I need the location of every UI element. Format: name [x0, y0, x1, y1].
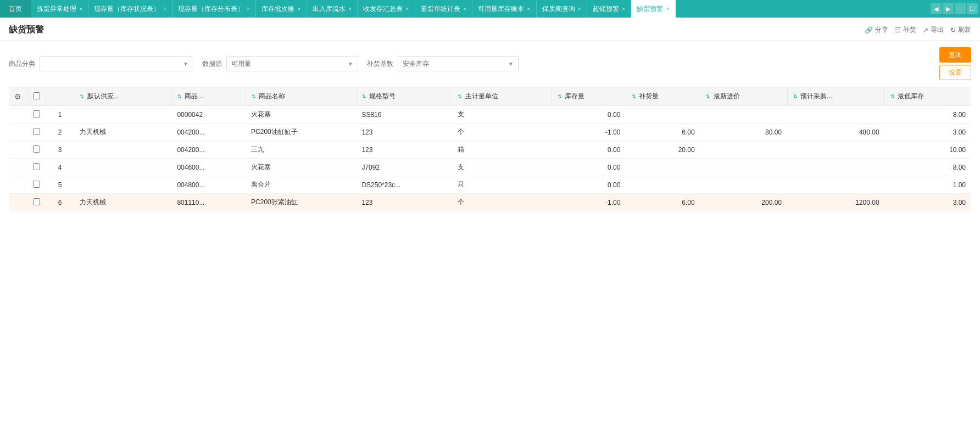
table-cell: 火花塞	[246, 106, 356, 124]
table-cell[interactable]	[27, 176, 46, 194]
table-cell	[74, 159, 172, 176]
th-unit[interactable]: ⇅ 主计量单位	[452, 87, 552, 106]
tab-5-close[interactable]: ×	[348, 5, 352, 12]
sort-icon-goods-name: ⇅	[252, 94, 256, 99]
tab-4-label: 库存批次账	[261, 4, 294, 14]
row-checkbox[interactable]	[33, 128, 40, 135]
th-est-purchase-label: 预计采购...	[800, 92, 832, 100]
tab-10[interactable]: 超储预警 ×	[587, 0, 631, 18]
category-dropdown-icon: ▼	[183, 61, 188, 67]
table-cell[interactable]	[27, 106, 46, 124]
tab-10-close[interactable]: ×	[622, 5, 625, 12]
table-cell: 0.00	[552, 176, 626, 194]
th-checkbox[interactable]	[27, 87, 46, 106]
th-replenish[interactable]: ⇅ 补货量	[626, 87, 700, 106]
tab-maximize-button[interactable]: ☐	[967, 3, 978, 14]
table-header-row: ⚙ ⇅ 默认供应... ⇅ 商品... ⇅	[9, 87, 971, 106]
tab-6[interactable]: 收发存汇总表 ×	[358, 0, 415, 18]
table-cell: 3.00	[885, 194, 971, 211]
th-supplier[interactable]: ⇅ 默认供应...	[74, 87, 172, 106]
table-cell: 0.00	[552, 159, 626, 176]
table-cell: 004600...	[171, 159, 246, 176]
tab-3[interactable]: 现存量（库存分布表） ×	[172, 0, 256, 18]
query-button[interactable]: 查询	[939, 47, 971, 63]
tab-8[interactable]: 可用量库存账本 ×	[472, 0, 536, 18]
tab-6-close[interactable]: ×	[405, 5, 409, 12]
page-title: 缺货预警	[9, 24, 865, 36]
share-button[interactable]: 🔗 分享	[865, 25, 888, 35]
replenish-button[interactable]: ☷ 补货	[895, 25, 916, 35]
tab-2-label: 现存量（库存状况表）	[94, 4, 160, 14]
table-cell[interactable]	[27, 141, 46, 159]
tab-next-button[interactable]: ▶	[943, 3, 954, 14]
category-select[interactable]: ▼	[40, 56, 193, 71]
th-goods-name[interactable]: ⇅ 商品名称	[246, 87, 356, 106]
th-stock[interactable]: ⇅ 库存量	[552, 87, 626, 106]
row-gear-cell	[9, 124, 27, 141]
tab-9-close[interactable]: ×	[578, 5, 581, 12]
row-gear-cell	[9, 159, 27, 176]
table-cell[interactable]	[27, 194, 46, 211]
row-gear-cell	[9, 176, 27, 194]
tab-7[interactable]: 要货单统计表 ×	[415, 0, 472, 18]
sort-icon-unit: ⇅	[458, 94, 462, 99]
th-spec[interactable]: ⇅ 规格型号	[356, 87, 452, 106]
row-checkbox[interactable]	[33, 181, 40, 188]
th-est-purchase[interactable]: ⇅ 预计采购...	[787, 87, 885, 106]
table-cell: 3.00	[885, 124, 971, 141]
datasource-select[interactable]: 可用量 ▼	[226, 56, 358, 71]
th-min-stock[interactable]: ⇅ 最低库存	[885, 87, 971, 106]
gear-icon[interactable]: ⚙	[14, 92, 21, 101]
row-gear-cell	[9, 106, 27, 124]
settings-button[interactable]: 设置	[939, 65, 971, 80]
row-checkbox[interactable]	[33, 110, 40, 117]
tab-9[interactable]: 保质期查询 ×	[537, 0, 587, 18]
tab-home[interactable]: 首页	[0, 0, 31, 18]
th-goods-code[interactable]: ⇅ 商品...	[171, 87, 246, 106]
refresh-button[interactable]: ↻ 刷新	[950, 25, 971, 35]
tab-7-close[interactable]: ×	[463, 5, 466, 12]
th-latest-price[interactable]: ⇅ 最新进价	[700, 87, 787, 106]
table-cell[interactable]	[27, 159, 46, 176]
filter-buttons: 查询 设置	[939, 47, 971, 80]
table-row: 4004600...火花塞J7092支0.008.00	[9, 159, 971, 176]
table-cell: 1200.00	[787, 194, 885, 211]
table-cell	[74, 176, 172, 194]
export-button[interactable]: ↗ 导出	[923, 25, 944, 35]
th-settings[interactable]: ⚙	[9, 87, 27, 106]
table-cell[interactable]	[27, 124, 46, 141]
replenish-base-select[interactable]: 安全库存 ▼	[398, 56, 519, 71]
tab-11-close[interactable]: ×	[666, 5, 669, 12]
row-checkbox[interactable]	[33, 145, 40, 153]
tab-11[interactable]: 缺货预警 ×	[631, 0, 675, 18]
table-cell: 个	[452, 194, 552, 211]
table-cell	[74, 106, 172, 124]
row-checkbox[interactable]	[33, 163, 40, 170]
tab-4[interactable]: 库存批次账 ×	[256, 0, 307, 18]
select-all-checkbox[interactable]	[33, 92, 40, 99]
tab-2-close[interactable]: ×	[163, 5, 166, 12]
row-checkbox[interactable]	[33, 198, 40, 205]
table-cell: 0.00	[552, 106, 626, 124]
tab-prev-button[interactable]: ◀	[931, 3, 942, 14]
tab-1-close[interactable]: ×	[79, 5, 82, 12]
export-icon: ↗	[923, 26, 928, 34]
sort-icon-goods-code: ⇅	[177, 94, 182, 99]
tab-1[interactable]: 拣货异常处理 ×	[31, 0, 88, 18]
tab-8-close[interactable]: ×	[527, 5, 530, 12]
tab-3-close[interactable]: ×	[247, 5, 250, 12]
th-unit-label: 主计量单位	[465, 92, 498, 100]
sort-icon-min-stock: ⇅	[890, 94, 895, 99]
refresh-label: 刷新	[958, 25, 971, 35]
table-container: ⚙ ⇅ 默认供应... ⇅ 商品... ⇅	[0, 87, 980, 211]
tab-5[interactable]: 出入库流水 ×	[307, 0, 358, 18]
tab-4-close[interactable]: ×	[297, 5, 300, 12]
tab-6-label: 收发存汇总表	[363, 4, 403, 14]
tab-bar: 首页 拣货异常处理 × 现存量（库存状况表） × 现存量（库存分布表） × 库存…	[0, 0, 980, 18]
tab-minimize-button[interactable]: −	[955, 3, 966, 14]
table-row: 5004800...离合片DS250*23c...只0.001.00	[9, 176, 971, 194]
table-cell: 1.00	[885, 176, 971, 194]
tab-2[interactable]: 现存量（库存状况表） ×	[88, 0, 172, 18]
table-cell: 20.00	[626, 141, 700, 159]
replenish-label: 补货	[903, 25, 916, 35]
